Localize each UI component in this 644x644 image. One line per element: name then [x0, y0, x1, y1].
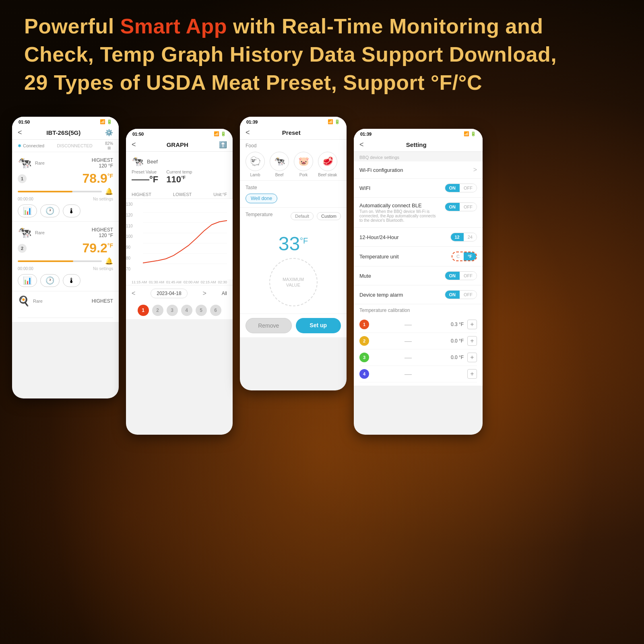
- setting-wifi-config[interactable]: Wi-Fi configuration >: [354, 161, 483, 179]
- food-icon-lamb[interactable]: 🐑: [246, 152, 265, 171]
- probe2-temp-btn[interactable]: 🌡: [63, 274, 80, 287]
- setting-ble-toggle-group[interactable]: ON OFF: [445, 202, 477, 211]
- calib-plus-1[interactable]: +: [467, 320, 477, 329]
- phone2-date-chip[interactable]: 2023-04-18: [151, 289, 187, 298]
- calib-plus-3[interactable]: +: [467, 353, 477, 362]
- phone3-back-arrow[interactable]: <: [246, 128, 250, 137]
- probe2-chart-btn[interactable]: 📊: [18, 274, 37, 287]
- phone1-settings-icon[interactable]: ⚙️: [105, 129, 113, 136]
- phone2-chart-area: 130 120 110 100 90 80 70: [126, 199, 233, 279]
- phone3-setup-btn[interactable]: Set up: [296, 318, 341, 333]
- phone2-current-label: Current temp: [166, 169, 192, 174]
- x-label-2: 01:30 AM: [149, 280, 164, 284]
- hour-12[interactable]: 12: [451, 233, 464, 241]
- food-item-lamb: 🐑 Lamb: [246, 152, 265, 177]
- taste-chip-welldone[interactable]: Well done: [246, 194, 277, 203]
- probe1-clock-btn[interactable]: 🕐: [40, 204, 60, 217]
- phone2-probe-dot-6[interactable]: 6: [210, 305, 221, 316]
- probe2-no-settings: No settings: [93, 266, 113, 271]
- phone3-remove-btn[interactable]: Remove: [246, 318, 292, 333]
- probe2-top: 🐄 Rare HIGHEST 120 °F: [18, 226, 113, 239]
- x-label-3: 01:45 AM: [166, 280, 182, 284]
- food-icon-beef[interactable]: 🐄: [270, 152, 289, 171]
- setting-hour-toggle[interactable]: 12 24: [450, 233, 477, 242]
- phone2-stat-highest: HIGHEST: [132, 192, 151, 197]
- wifi-toggle-off[interactable]: OFF: [460, 184, 477, 192]
- probe3-doneness: Rare: [33, 299, 43, 303]
- phone2-stat-unit: Unit:°F: [213, 192, 227, 197]
- probe3-label-row: 🍳 Rare: [18, 295, 43, 307]
- probe3-highest: HIGHEST: [92, 298, 113, 304]
- phone1-grid-icon: ⊞: [107, 146, 111, 150]
- probe1-temp-btn[interactable]: 🌡: [63, 204, 80, 217]
- unit-fahrenheit[interactable]: °F: [464, 252, 476, 260]
- y-label-70: 70: [126, 267, 137, 271]
- phone2-date-next[interactable]: >: [202, 290, 206, 297]
- phone2-back-arrow[interactable]: <: [132, 140, 136, 149]
- phone3-default-btn[interactable]: Default: [291, 212, 314, 220]
- phone2-probe-dot-3[interactable]: 3: [167, 305, 178, 316]
- setting-temp-unit-toggle[interactable]: C °F: [452, 252, 477, 261]
- probe2-doneness: Rare: [35, 230, 45, 235]
- food-label-lamb: Lamb: [250, 173, 260, 177]
- unit-celsius[interactable]: C: [452, 252, 464, 260]
- phone1-status-bar: 01:50 📶 🔋: [12, 117, 119, 126]
- phone3-header: < Preset: [240, 126, 347, 140]
- phone2-graph-values: Preset Value ——°F Current temp 110°F: [132, 169, 227, 185]
- calib-plus-4[interactable]: +: [467, 369, 477, 379]
- setting-device-alarm-label: Device temp alarm: [359, 292, 403, 298]
- phone2-status-bar: 01:50 📶 🔋: [126, 129, 233, 138]
- setting-wifi-config-arrow: >: [473, 166, 477, 173]
- probe2-clock-btn[interactable]: 🕐: [40, 274, 60, 287]
- setting-wifi-toggle: WIFI ON OFF: [354, 179, 483, 198]
- food-label-beef: Beef: [275, 173, 284, 177]
- probe2-label-row: 🐄 Rare: [18, 226, 45, 239]
- phones-container: 01:50 📶 🔋 < IBT-26S(5G) ⚙️ ✱ Connected D…: [12, 117, 632, 435]
- setting-device-alarm-toggle[interactable]: ON OFF: [445, 290, 477, 299]
- probe1-progress-bar: [18, 191, 102, 192]
- header-highlight: Smart App: [120, 14, 227, 38]
- ble-toggle-off[interactable]: OFF: [460, 203, 477, 211]
- phone3-custom-btn[interactable]: Custom: [317, 212, 341, 220]
- phone-preset: 01:39 📶 🔋 < Preset Food 🐑 Lamb 🐄 Beef 🐷: [240, 117, 347, 390]
- phone2-share-icon[interactable]: ⬆️: [219, 141, 227, 149]
- phone4-section-title: BBQ device settings: [354, 152, 483, 161]
- device-alarm-toggle-off[interactable]: OFF: [460, 291, 477, 299]
- probe3-animal-icon: 🍳: [18, 295, 30, 307]
- hour-24[interactable]: 24: [464, 233, 477, 241]
- food-icon-pork[interactable]: 🐷: [294, 152, 313, 171]
- phone3-temp-display: 33°F MAXIMUMVALUE: [240, 225, 347, 314]
- phone2-probe-dot-4[interactable]: 4: [181, 305, 192, 316]
- setting-mute-label: Mute: [359, 273, 371, 279]
- x-label-1: 11:15 AM: [132, 280, 147, 284]
- wifi-toggle-on[interactable]: ON: [445, 184, 460, 192]
- probe2-actions: 📊 🕐 🌡: [18, 274, 113, 287]
- phone-main-monitor: 01:50 📶 🔋 < IBT-26S(5G) ⚙️ ✱ Connected D…: [12, 117, 119, 398]
- phone4-title: Setting: [406, 141, 427, 148]
- setting-wifi-toggle-group[interactable]: ON OFF: [445, 184, 477, 192]
- phone2-probe-dot-5[interactable]: 5: [196, 305, 207, 316]
- y-label-80: 80: [126, 256, 137, 260]
- phone1-back-arrow[interactable]: <: [18, 128, 22, 137]
- ble-toggle-on[interactable]: ON: [445, 203, 460, 211]
- y-label-110: 110: [126, 224, 137, 228]
- phone3-temp-value: 33°F: [279, 233, 308, 255]
- food-item-beefsteak: 🥩 Beef steak: [318, 152, 337, 177]
- phone2-probe-dot-1[interactable]: 1: [138, 305, 149, 316]
- food-icon-beefsteak[interactable]: 🥩: [318, 152, 337, 171]
- header-line2: Check, Temp Graph History Data Support D…: [24, 40, 620, 68]
- calib-plus-2[interactable]: +: [467, 336, 477, 346]
- setting-mute-toggle[interactable]: ON OFF: [445, 271, 477, 280]
- calib-value-3: 0.0 °F: [447, 355, 467, 360]
- phone2-all-btn[interactable]: All: [222, 291, 227, 296]
- phone2-current-val: 110°F: [166, 174, 192, 185]
- phone4-back-arrow[interactable]: <: [359, 140, 364, 149]
- phone2-date-prev[interactable]: <: [132, 290, 135, 297]
- phone-graph: 01:50 📶 🔋 < GRAPH ⬆️ 🐄 Beef Preset Value…: [126, 129, 233, 435]
- device-alarm-toggle-on[interactable]: ON: [445, 291, 460, 299]
- mute-toggle-off[interactable]: OFF: [460, 272, 477, 280]
- mute-toggle-on[interactable]: ON: [445, 272, 460, 280]
- phone2-probe-dot-2[interactable]: 2: [152, 305, 163, 316]
- phone3-max-value-label: MAXIMUMVALUE: [283, 277, 304, 288]
- probe1-chart-btn[interactable]: 📊: [18, 204, 37, 217]
